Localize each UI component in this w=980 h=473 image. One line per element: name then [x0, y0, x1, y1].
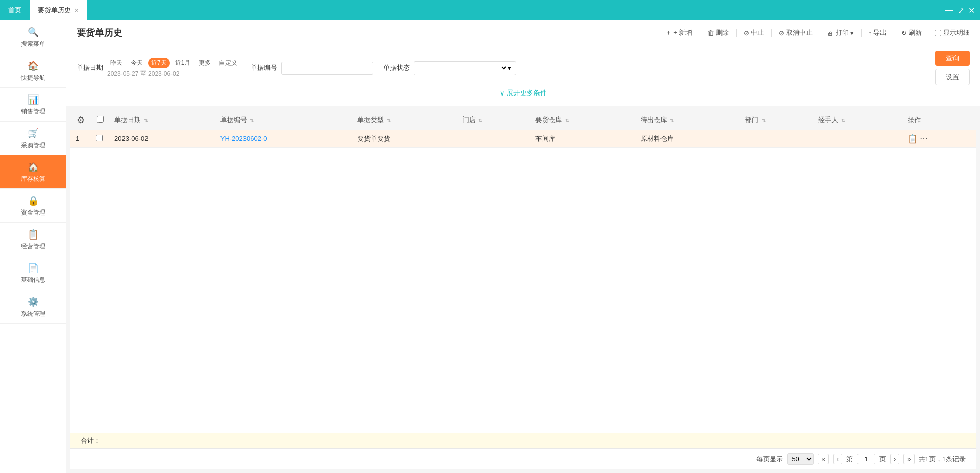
export-icon: ↑ — [869, 29, 872, 37]
toolbar-divider-1 — [700, 29, 700, 37]
tab-home[interactable]: 首页 — [0, 0, 30, 20]
table-body: 1 2023-06-02 YH-20230602-0 要货单要货 车间库 原材料… — [70, 130, 976, 148]
toolbar-divider-2 — [736, 29, 737, 37]
top-bar-tabs: 首页 要货单历史 ✕ — [0, 0, 87, 20]
footer-total-label: 合计： — [81, 437, 101, 444]
display-detail-btn[interactable]: 显示明细 — [935, 28, 970, 37]
date-pill-yesterday[interactable]: 昨天 — [107, 58, 126, 68]
print-dropdown-icon: ▾ — [850, 29, 854, 37]
sidebar-item-operations-mgmt[interactable]: 📋 经营管理 — [0, 223, 66, 256]
total-records-text: 共1页，1条记录 — [919, 455, 966, 464]
date-filter-group: 单据日期 昨天 今天 近7天 近1月 更多 自定义 2023-05-27 至 2… — [77, 58, 240, 78]
row-more-icon[interactable]: ⋯ — [920, 134, 928, 144]
export-label: 导出 — [873, 28, 887, 37]
export-button[interactable]: ↑ 导出 — [867, 27, 889, 38]
cancel-stop-label: 取消中止 — [786, 28, 813, 37]
toolbar-divider-7 — [929, 29, 929, 37]
stop-button[interactable]: ⊘ 中止 — [742, 27, 766, 38]
page-input[interactable] — [857, 454, 875, 464]
print-label: 打印 — [836, 28, 849, 37]
print-button[interactable]: 🖨 打印 ▾ — [825, 27, 856, 38]
sidebar-item-inventory-label: 库存核算 — [21, 175, 45, 183]
first-page-button[interactable]: « — [818, 454, 828, 464]
display-detail-checkbox[interactable] — [935, 30, 941, 36]
row-action-buttons: 📋 ⋯ — [908, 134, 971, 144]
next-page-button[interactable]: › — [890, 454, 899, 464]
status-select-wrapper[interactable]: ▾ — [414, 61, 516, 75]
th-doc-date-label: 单据日期 — [114, 116, 141, 124]
sidebar: 🔍 搜索菜单 🏠 快捷导航 📊 销售管理 🛒 采购管理 🏠 库存核算 🔒 资金管… — [0, 20, 66, 473]
stop-label: 中止 — [751, 28, 764, 37]
cell-handler — [813, 130, 902, 148]
top-bar-right: — ⤢ ✕ — [945, 6, 980, 15]
date-pill-today[interactable]: 今天 — [128, 58, 146, 68]
sort-doc-no-icon[interactable]: ⇅ — [250, 117, 254, 123]
table-header-row: ⚙ 单据日期 ⇅ 单据编号 ⇅ — [70, 110, 976, 130]
cell-action: 📋 ⋯ — [902, 130, 976, 148]
window-close-icon[interactable]: ✕ — [968, 6, 975, 15]
delete-button[interactable]: 🗑 删除 — [705, 27, 731, 38]
sidebar-item-operations-label: 经营管理 — [21, 242, 45, 251]
sort-doc-date-icon[interactable]: ⇅ — [144, 117, 148, 123]
sort-doc-type-icon[interactable]: ⇅ — [387, 117, 391, 123]
tab-close-icon[interactable]: ✕ — [74, 7, 79, 14]
cancel-stop-button[interactable]: ⊘ 取消中止 — [777, 27, 815, 38]
date-pill-more[interactable]: 更多 — [195, 58, 214, 68]
expand-more[interactable]: ∨ 展开更多条件 — [77, 85, 970, 101]
cell-doc-no[interactable]: YH-20230602-0 — [215, 130, 352, 148]
cell-index: 1 — [70, 130, 91, 148]
sidebar-item-finance-label: 资金管理 — [21, 208, 45, 217]
toolbar: ＋ + 新增 🗑 删除 ⊘ 中止 ⊘ — [663, 27, 970, 38]
refresh-button[interactable]: ↻ 刷新 — [899, 27, 924, 38]
sidebar-item-basic-info[interactable]: 📄 基础信息 — [0, 256, 66, 290]
page-label: 第 — [846, 455, 853, 464]
th-store-label: 门店 — [462, 116, 476, 124]
sidebar-item-search-menu-label: 搜索菜单 — [21, 40, 45, 49]
new-button[interactable]: ＋ + 新增 — [663, 27, 694, 38]
query-button[interactable]: 查询 — [935, 51, 970, 66]
page-suffix: 页 — [879, 455, 886, 464]
th-doc-type: 单据类型 ⇅ — [352, 110, 457, 130]
column-settings-icon[interactable]: ⚙ — [77, 115, 85, 125]
last-page-button[interactable]: » — [903, 454, 914, 464]
doc-no-input[interactable] — [281, 62, 373, 75]
date-pill-custom[interactable]: 自定义 — [216, 58, 240, 68]
row-edit-icon[interactable]: 📋 — [908, 134, 918, 144]
date-pill-7days[interactable]: 近7天 — [148, 58, 170, 68]
th-settings: ⚙ — [70, 110, 91, 130]
sidebar-item-purchase-mgmt[interactable]: 🛒 采购管理 — [0, 122, 66, 155]
toolbar-divider-4 — [820, 29, 820, 37]
sort-dept-icon[interactable]: ⇅ — [762, 117, 766, 123]
status-select[interactable] — [419, 64, 508, 73]
sort-pending-warehouse-icon[interactable]: ⇅ — [670, 117, 674, 123]
th-pending-warehouse: 待出仓库 ⇅ — [635, 110, 741, 130]
th-checkbox — [91, 110, 109, 130]
sort-store-icon[interactable]: ⇅ — [478, 117, 482, 123]
doc-no-link[interactable]: YH-20230602-0 — [220, 135, 267, 143]
main-layout: 🔍 搜索菜单 🏠 快捷导航 📊 销售管理 🛒 采购管理 🏠 库存核算 🔒 资金管… — [0, 20, 980, 473]
sidebar-item-inventory[interactable]: 🏠 库存核算 — [0, 155, 66, 189]
sort-handler-icon[interactable]: ⇅ — [841, 117, 845, 123]
sidebar-item-search-menu[interactable]: 🔍 搜索菜单 — [0, 20, 66, 54]
date-pills: 昨天 今天 近7天 近1月 更多 自定义 2023-05-27 至 2023-0… — [107, 58, 240, 78]
sort-req-warehouse-icon[interactable]: ⇅ — [565, 117, 569, 123]
window-minimize-icon[interactable]: — — [945, 6, 953, 15]
sidebar-item-finance-mgmt[interactable]: 🔒 资金管理 — [0, 189, 66, 223]
window-maximize-icon[interactable]: ⤢ — [958, 6, 964, 15]
sidebar-item-sales-mgmt[interactable]: 📊 销售管理 — [0, 88, 66, 122]
new-icon: ＋ — [665, 28, 672, 37]
prev-page-button[interactable]: ‹ — [833, 454, 842, 464]
per-page-select[interactable]: 50 10 20 100 — [787, 453, 814, 465]
sidebar-item-quick-nav[interactable]: 🏠 快捷导航 — [0, 54, 66, 88]
purchase-mgmt-icon: 🛒 — [28, 128, 39, 139]
date-pill-1month[interactable]: 近1月 — [172, 58, 194, 68]
data-table: ⚙ 单据日期 ⇅ 单据编号 ⇅ — [70, 110, 976, 148]
row-checkbox[interactable] — [96, 135, 103, 141]
select-all-checkbox[interactable] — [97, 116, 104, 123]
setting-button[interactable]: 设置 — [935, 69, 970, 85]
sidebar-item-system-mgmt[interactable]: ⚙️ 系统管理 — [0, 290, 66, 324]
filter-area: 单据日期 昨天 今天 近7天 近1月 更多 自定义 2023-05-27 至 2… — [66, 45, 980, 106]
tab-requisition-history[interactable]: 要货单历史 ✕ — [30, 0, 87, 20]
quick-nav-icon: 🏠 — [28, 60, 39, 72]
doc-no-label: 单据编号 — [251, 63, 277, 73]
